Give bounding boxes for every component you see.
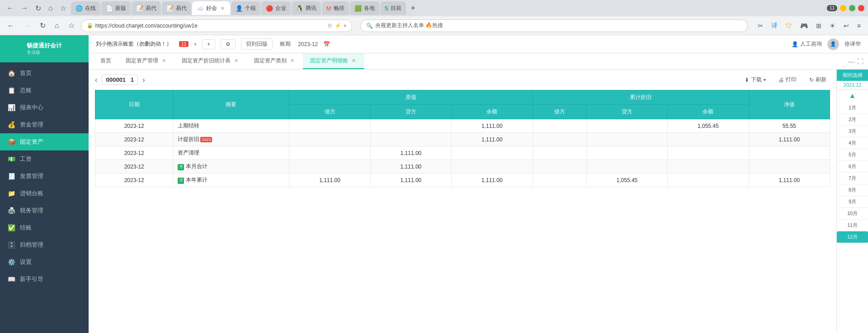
tab-asset-detail-ledger[interactable]: 固定资产明细账 ✕ [303,53,364,69]
sidebar-item-guide[interactable]: 📖 新手引导 [0,271,89,288]
period-month-item[interactable]: 1月 [837,102,868,114]
header-arrow-dropdown[interactable]: ▾ [194,41,197,47]
next-account-btn[interactable]: › [142,76,145,84]
more-icon[interactable]: ≡ [854,20,863,31]
shield-icon[interactable]: 🛡 [783,20,795,31]
tab-gedi[interactable]: 🟩 各地 [350,1,379,15]
period-header: 期间选择 [837,70,868,81]
window-close[interactable] [858,5,864,11]
reload-button[interactable]: ↻ [33,2,44,14]
period-month-item[interactable]: 8月 [837,184,868,196]
nav-reload[interactable]: ↻ [37,19,48,32]
nav-forward[interactable]: → [21,20,33,32]
period-month-item[interactable]: 3月 [837,126,868,137]
period-month-item[interactable]: 9月 [837,196,868,208]
tab-depreciation-stats[interactable]: 固定资产折旧统计表 ✕ [175,53,247,69]
period-month-item[interactable]: 2月 [837,114,868,126]
window-minimize[interactable] [840,5,846,11]
download-btn[interactable]: ⬇ 下载 ▾ [741,74,769,85]
tab-geshuai[interactable]: 👤 个税 [231,1,260,15]
sidebar-item-tax[interactable]: 🖨️ 税务管理 [0,202,89,219]
sidebar-item-fixed-assets[interactable]: 📦 固定资产 [0,133,89,150]
close-asset-detail-ledger[interactable]: ✕ [350,57,357,64]
cell-date: 2023-12 [95,119,173,133]
tab-tengxun[interactable]: 🐧 腾讯 [292,1,321,15]
period-scroll-up[interactable]: ▲ [837,89,868,102]
sidebar-item-payroll[interactable]: 💵 工资 [0,150,89,168]
brightness-icon[interactable]: ☀ [827,20,838,31]
print-btn[interactable]: 🖨 打印 [775,74,800,85]
period-month-item[interactable]: 7月 [837,173,868,184]
sidebar-item-reports[interactable]: 📊 报表中心 [0,99,89,116]
tab-yidai1[interactable]: 📝 易代 [132,1,161,15]
close-asset-category[interactable]: ✕ [289,57,296,64]
logo-text: 畅捷通好会计 [27,42,62,50]
tab-asset-category[interactable]: 固定资产类别 ✕ [247,53,303,69]
sidebar-item-close-period[interactable]: ✅ 结账 [0,219,89,236]
add-account-button[interactable]: + [202,39,215,49]
close-depreciation-stats[interactable]: ✕ [233,57,240,64]
refresh-btn[interactable]: ↻ 刷新 [806,74,830,85]
content-maximize[interactable]: ⛶ [857,58,863,65]
sidebar-item-archive[interactable]: 🗄️ 归档管理 [0,236,89,253]
calendar-icon[interactable]: 📅 [323,41,330,47]
period-month-item[interactable]: 11月 [837,220,868,231]
new-tab-button[interactable]: + [407,3,419,14]
tab-close-haohui[interactable]: ✕ [219,5,226,11]
tab-fixed-asset-mgmt[interactable]: 固定资产管理 ✕ [118,53,175,69]
period-month-item[interactable]: 6月 [837,161,868,173]
tab-xinban[interactable]: 📄 新版 [101,1,131,15]
close-fixed-asset-mgmt[interactable]: ✕ [160,57,167,64]
content-minimize[interactable]: — [848,58,854,65]
home-button[interactable]: ⌂ [46,2,56,14]
user-avatar[interactable]: 👤 [827,38,839,50]
nav-back[interactable]: ← [5,20,17,32]
tab-home[interactable]: 首页 [93,53,118,69]
sidebar-item-purchase-sales[interactable]: 📁 进销台账 [0,185,89,202]
forward-button[interactable]: → [18,2,31,14]
tab-qiye[interactable]: 🔴 企业 [261,1,291,15]
nav-home[interactable]: ⌂ [52,20,62,32]
grid-icon[interactable]: ⊞ [813,20,824,31]
period-month-item[interactable]: 10月 [837,208,868,220]
translate-icon[interactable]: 译 [769,20,780,32]
sidebar-item-home[interactable]: 🏠 首页 [0,65,89,82]
switch-version-btn[interactable]: 切到旧版 [241,38,273,50]
table-row[interactable]: 2023-12 月 本年累计 1,111.00 1,111.00 1,111.0… [95,174,830,187]
scissors-icon[interactable]: ✂ [755,20,766,31]
period-month-item[interactable]: 4月 [837,137,868,149]
sidebar-item-settings[interactable]: ⚙️ 设置 [0,253,89,271]
sidebar-item-funds[interactable]: 💰 资金管理 [0,116,89,133]
nav-bookmark[interactable]: ☆ [66,19,77,32]
bookmark-button[interactable]: ☆ [57,2,69,14]
tab-changpai[interactable]: M 畅排 [322,1,349,15]
gamepad-icon[interactable]: 🎮 [797,20,811,31]
tab-haohui[interactable]: ☁️ 好会 ✕ [192,1,230,15]
history-icon[interactable]: ↩ [841,20,852,31]
search-bar[interactable]: 🔍 央视更新主持人名单 🔥热搜 [360,19,748,32]
secure-icon: 🔒 [87,23,93,28]
address-input[interactable]: 🔒 https://cloud.chanjet.com/accounting/u… [81,19,352,32]
close-period-icon: ✅ [7,224,15,231]
table-row[interactable]: 2023-12 计提折旧2023 1,111.00 1,111.00 [95,133,830,146]
window-maximize[interactable] [849,5,855,11]
service-btn[interactable]: 👤 人工咨询 [792,40,822,48]
tab-zaixin[interactable]: 🌐 在线 [71,1,100,15]
sidebar-item-general-ledger[interactable]: 📋 总账 [0,82,89,99]
table-row[interactable]: 2023-12 上期结转 1,111.00 1,055.45 55.55 [95,119,830,133]
dropdown-icon[interactable]: ▾ [344,23,346,29]
back-button[interactable]: ← [4,2,16,14]
table-row[interactable]: 2023-12 资产清理 1,111.00 [95,146,830,160]
table-row[interactable]: 2023-12 月 本月合计 1,111.00 [95,160,830,174]
prev-account-btn[interactable]: ‹ [95,76,97,84]
settings-btn[interactable]: ⚙ [221,39,236,49]
home-icon: 🏠 [7,70,15,77]
sidebar-label-invoice: 发票管理 [20,172,43,180]
year-badge: 2023 [200,137,212,142]
period-month-item[interactable]: 5月 [837,149,868,161]
sidebar-item-invoice[interactable]: 🧾 发票管理 [0,168,89,185]
period-year-active[interactable]: 2023.12 [837,81,868,89]
tab-yidai2[interactable]: 📝 易代 [162,1,191,15]
period-month-item[interactable]: 12月 [837,231,868,243]
tab-muqian[interactable]: S 目前 [380,1,406,15]
